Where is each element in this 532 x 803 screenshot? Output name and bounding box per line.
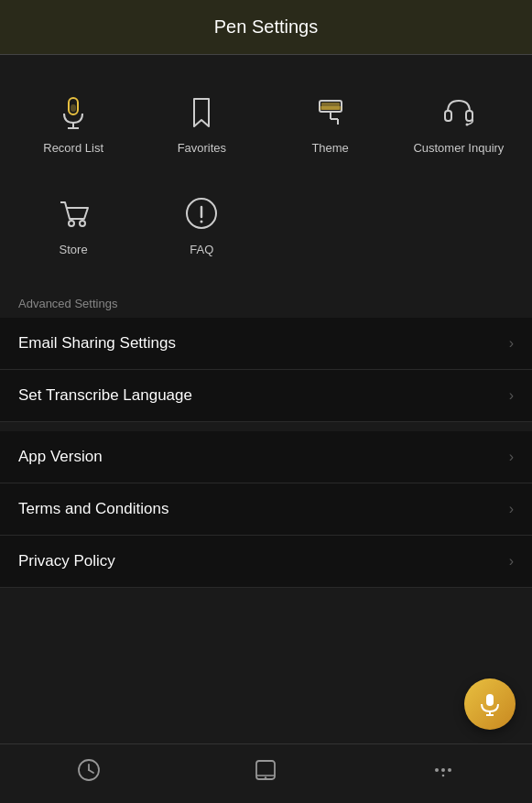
empty-cell-3 (266, 184, 395, 267)
terms-chevron: › (509, 501, 514, 517)
headset-icon (439, 92, 479, 132)
customer-inquiry-label: Customer Inquiry (413, 141, 504, 157)
tablet-icon (253, 757, 278, 783)
svg-rect-10 (445, 111, 451, 121)
fab-mic-icon (478, 692, 502, 716)
spacer-1 (0, 422, 532, 431)
email-sharing-row[interactable]: Email Sharing Settings › (0, 318, 532, 370)
bottom-nav (0, 743, 532, 803)
cart-icon (53, 193, 93, 233)
empty-cell-4 (395, 184, 523, 267)
terms-row[interactable]: Terms and Conditions › (0, 483, 532, 536)
nav-history-button[interactable] (76, 757, 102, 783)
svg-rect-9 (320, 106, 342, 110)
faq-button[interactable]: FAQ (137, 184, 266, 267)
favorites-button[interactable]: Favorites (137, 82, 266, 166)
nav-more-button[interactable] (430, 757, 456, 783)
svg-point-13 (69, 221, 74, 226)
more-dots-icon (430, 757, 456, 783)
email-sharing-chevron: › (509, 335, 514, 352)
svg-rect-18 (486, 694, 494, 706)
svg-point-26 (265, 776, 266, 778)
pen-settings-header: Pen Settings (0, 0, 532, 55)
app-version-row[interactable]: App Version › (0, 431, 532, 483)
privacy-row[interactable]: Privacy Policy › (0, 536, 532, 588)
privacy-label: Privacy Policy (18, 552, 115, 570)
transcribe-language-chevron: › (509, 387, 514, 404)
terms-label: Terms and Conditions (18, 500, 168, 518)
favorites-label: Favorites (178, 141, 226, 157)
other-settings-list: App Version › Terms and Conditions › Pri… (0, 431, 532, 588)
fab-mic-button[interactable] (464, 678, 516, 730)
transcribe-language-label: Set Transcribe Language (18, 386, 192, 405)
app-version-label: App Version (18, 448, 103, 466)
microphone-icon (53, 92, 93, 132)
exclamation-circle-icon (181, 193, 222, 233)
theme-label: Theme (311, 141, 348, 157)
svg-point-12 (465, 124, 468, 126)
privacy-chevron: › (509, 553, 514, 570)
svg-point-14 (80, 221, 85, 226)
svg-point-29 (448, 768, 451, 772)
advanced-settings-label: Advanced Settings (0, 286, 532, 318)
customer-inquiry-button[interactable]: Customer Inquiry (395, 82, 523, 166)
svg-point-17 (201, 220, 203, 222)
svg-rect-11 (466, 111, 472, 121)
svg-rect-1 (71, 104, 76, 112)
svg-point-28 (441, 768, 445, 772)
icon-grid-row1: Record List Favorites (0, 55, 532, 184)
app-version-chevron: › (509, 449, 514, 465)
svg-line-23 (89, 770, 93, 773)
store-label: Store (60, 243, 88, 258)
bookmark-icon (181, 92, 222, 132)
clock-icon (76, 757, 102, 783)
svg-rect-24 (256, 761, 275, 779)
store-button[interactable]: Store (9, 184, 137, 267)
svg-point-27 (435, 768, 439, 772)
header-title: Pen Settings (214, 16, 318, 38)
faq-label: FAQ (190, 243, 213, 258)
svg-point-30 (442, 775, 445, 777)
record-list-button[interactable]: Record List (9, 82, 137, 166)
paint-roller-icon (310, 92, 351, 132)
advanced-settings-list: Email Sharing Settings › Set Transcribe … (0, 318, 532, 422)
icon-grid-row2: Store FAQ (0, 184, 532, 286)
record-list-label: Record List (43, 141, 103, 157)
transcribe-language-row[interactable]: Set Transcribe Language › (0, 370, 532, 422)
nav-notes-button[interactable] (253, 757, 278, 783)
theme-button[interactable]: Theme (266, 82, 395, 166)
email-sharing-label: Email Sharing Settings (18, 334, 176, 353)
